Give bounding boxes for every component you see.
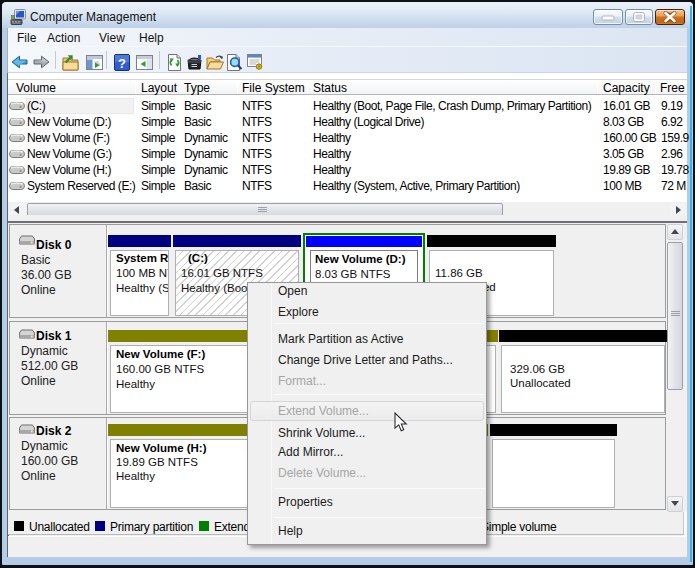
svg-text:?: ? (118, 56, 126, 71)
